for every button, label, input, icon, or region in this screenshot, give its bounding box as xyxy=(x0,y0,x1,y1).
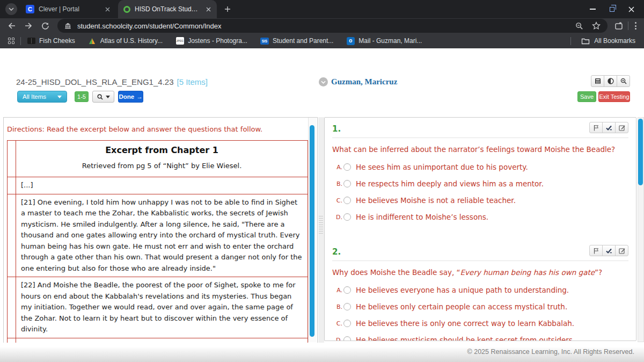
forward-button[interactable] xyxy=(24,21,33,31)
radio-button[interactable] xyxy=(343,213,351,221)
option-d[interactable]: D. He is indifferent to Moishe’s lessons… xyxy=(332,213,628,221)
answer-eliminator-button[interactable] xyxy=(602,122,616,133)
passage-paragraph-21: [21] One evening, I told him how unhappy… xyxy=(16,194,308,277)
bookmark-fish-cheeks[interactable]: Fish Cheeks xyxy=(27,37,75,45)
arrow-right-icon: → xyxy=(136,93,143,100)
student-header: Guzman, Maricruz xyxy=(319,77,397,86)
all-bookmarks-button[interactable]: All Bookmarks xyxy=(565,37,644,45)
question-number: 2. xyxy=(332,245,341,257)
passage-scrollbar-thumb[interactable] xyxy=(310,125,314,337)
save-button[interactable]: Save xyxy=(577,91,596,102)
search-dropdown-button[interactable] xyxy=(92,91,114,103)
done-label: Done xyxy=(119,93,134,100)
browser-toolbar: student.schoolcity.com/student/Common/In… xyxy=(0,18,644,33)
contrast-icon xyxy=(608,78,614,84)
answer-options: A. He sees him as unimportant due to his… xyxy=(332,163,628,221)
flag-question-button[interactable] xyxy=(589,245,603,256)
tab-close-icon[interactable] xyxy=(103,5,112,13)
option-text: He respects him deeply and views him as … xyxy=(356,179,544,188)
tab-title: Clever | Portal xyxy=(39,5,99,13)
window-restore-button[interactable] xyxy=(610,7,614,12)
item-range-button[interactable]: 1-5 xyxy=(75,91,89,102)
passage-header-row: Excerpt from Chapter 1 Retrieved from pg… xyxy=(8,141,308,177)
directions-text: Directions: Read the excerpt below and a… xyxy=(7,125,317,133)
apps-grid-icon[interactable] xyxy=(8,38,14,44)
back-button[interactable] xyxy=(7,21,17,31)
bookmark-jostens[interactable]: JPEG Jostens - Photogra... xyxy=(175,37,247,45)
question-2: 2. Why does Moishe the Beadle say, “Ever… xyxy=(332,241,628,341)
calculator-button[interactable] xyxy=(591,75,604,87)
option-c[interactable]: C. He believes Moishe is not a reliable … xyxy=(332,196,628,205)
notes-button[interactable] xyxy=(615,245,628,256)
tab-close-icon[interactable] xyxy=(204,5,213,13)
caret-down-icon xyxy=(57,96,62,98)
tab-search-button[interactable] xyxy=(5,3,17,15)
tab-hisd-ontrack[interactable]: HISD OnTrack Student | Renais xyxy=(118,0,217,18)
option-letter: C. xyxy=(332,320,342,327)
option-text: He believes only certain people can acce… xyxy=(356,302,567,311)
student-avatar[interactable] xyxy=(319,77,328,86)
bookmark-star-icon[interactable] xyxy=(591,21,601,31)
new-tab-button[interactable] xyxy=(221,3,234,16)
items-count-badge[interactable]: [5 Items] xyxy=(177,77,208,86)
option-b[interactable]: B. He believes only certain people can a… xyxy=(332,302,628,311)
option-d[interactable]: D. He believes mysticism should be kept … xyxy=(332,336,628,341)
window-minimize-button[interactable] xyxy=(590,9,596,10)
option-a[interactable]: A. He believes everyone has a unique pat… xyxy=(332,286,628,294)
question-number: 1. xyxy=(332,122,341,134)
tab-title: HISD OnTrack Student | Renais xyxy=(135,5,200,13)
radio-button[interactable] xyxy=(343,163,351,171)
bookmark-atlas[interactable]: Atlas of U.S. History... xyxy=(88,37,163,45)
flag-question-button[interactable] xyxy=(589,122,603,133)
option-letter: B. xyxy=(332,303,342,310)
answer-eliminator-button[interactable] xyxy=(602,245,616,256)
radio-button[interactable] xyxy=(343,303,351,310)
item-filter-dropdown[interactable]: All Items xyxy=(17,91,67,103)
bookmark-label: Student and Parent... xyxy=(273,37,333,45)
passage-row: [...] xyxy=(8,177,308,194)
atlas-triangle-icon xyxy=(88,37,97,45)
option-letter: D. xyxy=(332,214,342,221)
bookmark-sis[interactable]: SIS Student and Parent... xyxy=(260,37,333,45)
window-close-button[interactable] xyxy=(628,6,634,12)
jpeg-file-icon: JPEG xyxy=(175,37,184,45)
reload-button[interactable] xyxy=(40,21,50,31)
radio-button[interactable] xyxy=(343,180,351,187)
option-a[interactable]: A. He sees him as unimportant due to his… xyxy=(332,163,628,171)
browser-menu-button[interactable] xyxy=(635,22,636,30)
radio-button[interactable] xyxy=(343,197,351,204)
bookmark-mail[interactable]: o Mail - Guzman, Mari... xyxy=(346,37,422,45)
bookmark-label: Jostens - Photogra... xyxy=(188,37,247,45)
notes-button[interactable] xyxy=(615,122,628,133)
radio-button[interactable] xyxy=(343,336,351,341)
folder-icon xyxy=(581,38,590,45)
check-icon xyxy=(605,248,612,254)
passage-title: Excerpt from Chapter 1 xyxy=(19,145,304,156)
zoom-indicator-icon[interactable] xyxy=(574,21,584,31)
done-button[interactable]: Done → xyxy=(118,91,143,103)
side-panel-icon[interactable] xyxy=(614,21,624,31)
radio-button[interactable] xyxy=(343,286,351,294)
splitter-grip-icon[interactable] xyxy=(319,216,323,234)
test-title: 24-25_HISD_DOL_HS_RLA_E_ENG1_4.23[5 Item… xyxy=(16,77,208,86)
url-text[interactable]: student.schoolcity.com/student/Common/In… xyxy=(77,22,222,30)
browser-chrome: C Clever | Portal HISD OnTrack Student |… xyxy=(0,0,644,48)
questions-scrollbar-thumb[interactable] xyxy=(638,119,643,185)
question-actions xyxy=(589,122,628,133)
option-b[interactable]: B. He respects him deeply and views him … xyxy=(332,179,628,188)
address-bar[interactable]: student.schoolcity.com/student/Common/In… xyxy=(57,19,608,33)
option-letter: D. xyxy=(332,337,342,342)
magnifier-button[interactable] xyxy=(617,75,630,87)
chevron-down-icon xyxy=(321,81,326,84)
option-letter: A. xyxy=(332,164,342,171)
site-info-icon[interactable] xyxy=(64,22,72,30)
passage-table: Excerpt from Chapter 1 Retrieved from pg… xyxy=(7,140,308,343)
radio-button[interactable] xyxy=(343,320,351,327)
option-c[interactable]: C. He believes there is only one correct… xyxy=(332,319,628,328)
tab-clever-portal[interactable]: C Clever | Portal xyxy=(20,0,116,18)
option-text: He is indifferent to Moishe’s lessons. xyxy=(356,213,488,221)
contrast-button[interactable] xyxy=(604,75,617,87)
exit-testing-button[interactable]: Exit Testing xyxy=(598,91,630,102)
clever-favicon-icon: C xyxy=(26,5,34,13)
quoted-phrase: Every human being has his own gate xyxy=(460,268,595,277)
